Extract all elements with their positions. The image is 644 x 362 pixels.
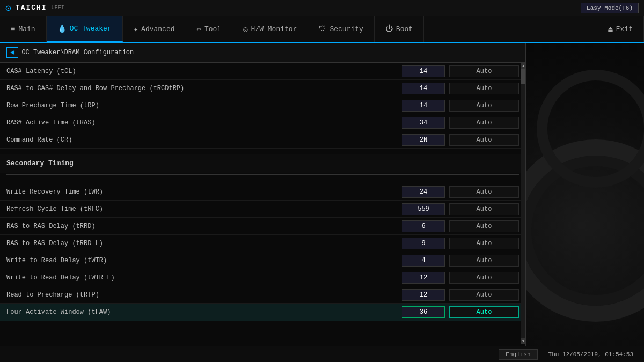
row-label: CAS# Latency (tCL) bbox=[6, 68, 402, 75]
divider bbox=[6, 174, 519, 175]
row-label: RAS# Active Time (tRAS) bbox=[6, 119, 402, 127]
table-row[interactable]: Refresh Cycle Time (tRFC) 559 Auto bbox=[0, 201, 525, 218]
oc-tweaker-icon: 💧 bbox=[57, 24, 67, 33]
section-title: Secondary Timing bbox=[6, 159, 519, 167]
table-row[interactable]: Read to Precharge (tRTP) 12 Auto bbox=[0, 286, 525, 304]
nav-security[interactable]: 🛡 Security bbox=[308, 16, 374, 42]
auto-box[interactable]: Auto bbox=[449, 272, 519, 284]
row-label: Read to Precharge (tRTP) bbox=[6, 291, 402, 299]
auto-box[interactable]: Auto bbox=[449, 117, 519, 129]
logo-icon: ⊙ bbox=[5, 2, 11, 14]
nav-main[interactable]: ≡ Main bbox=[0, 16, 47, 42]
table-row[interactable]: Row Precharge Time (tRP) 14 Auto bbox=[0, 97, 525, 114]
value-box[interactable]: 36 bbox=[402, 306, 445, 318]
auto-box[interactable]: Auto bbox=[449, 220, 519, 232]
row-label: Write to Read Delay (tWTR_L) bbox=[6, 274, 402, 282]
value-box[interactable]: 34 bbox=[402, 117, 445, 129]
back-button[interactable]: ◄ bbox=[6, 47, 18, 58]
value-box[interactable]: 12 bbox=[402, 289, 445, 301]
nav-main-label: Main bbox=[18, 25, 35, 33]
table-row[interactable]: RAS to RAS Delay (tRRD_L) 9 Auto bbox=[0, 235, 525, 252]
scroll-down-arrow[interactable]: ▼ bbox=[521, 338, 525, 344]
row-label: Row Precharge Time (tRP) bbox=[6, 102, 402, 109]
nav-boot-label: Boot bbox=[396, 25, 413, 33]
auto-box[interactable]: Auto bbox=[449, 289, 519, 301]
easy-mode-button[interactable]: Easy Mode(F6) bbox=[581, 3, 639, 13]
language-selector[interactable]: English bbox=[499, 349, 537, 360]
value-box[interactable]: 14 bbox=[402, 100, 445, 112]
left-panel: ◄ OC Tweaker\DRAM Configuration CAS# Lat… bbox=[0, 43, 526, 346]
row-label: RAS# to CAS# Delay and Row Precharge (tR… bbox=[6, 85, 402, 92]
config-table-area: CAS# Latency (tCL) 14 Auto RAS# to CAS# … bbox=[0, 63, 525, 344]
value-box[interactable]: 14 bbox=[402, 65, 445, 77]
nav-advanced[interactable]: ✦ Advanced bbox=[123, 16, 186, 42]
auto-box[interactable]: Auto bbox=[449, 134, 519, 146]
nav-security-label: Security bbox=[330, 25, 363, 33]
exit-icon: ⏏ bbox=[608, 25, 612, 34]
advanced-icon: ✦ bbox=[134, 25, 138, 34]
security-icon: 🛡 bbox=[319, 25, 326, 33]
table-row-selected[interactable]: Four Activate Window (tFAW) 36 Auto bbox=[0, 304, 525, 321]
table-row[interactable]: RAS# Active Time (tRAS) 34 Auto bbox=[0, 114, 525, 131]
value-box[interactable]: 9 bbox=[402, 238, 445, 249]
datetime-display: Thu 12/05/2019, 01:54:53 bbox=[548, 351, 633, 358]
uefi-label: UEFI bbox=[52, 5, 64, 11]
table-row[interactable]: Write to Read Delay (tWTR_L) 12 Auto bbox=[0, 269, 525, 286]
row-label: Command Rate (CR) bbox=[6, 136, 402, 144]
nav-oc-tweaker[interactable]: 💧 OC Tweaker bbox=[47, 16, 123, 42]
row-label: RAS to RAS Delay (tRRD) bbox=[6, 223, 402, 230]
logo-area: ⊙ TAICHI UEFI bbox=[5, 2, 64, 14]
row-label: Four Activate Window (tFAW) bbox=[6, 308, 402, 316]
main-icon: ≡ bbox=[11, 25, 15, 33]
nav-tool[interactable]: ✂ Tool bbox=[186, 16, 233, 42]
table-row[interactable]: CAS# Latency (tCL) 14 Auto bbox=[0, 63, 525, 80]
nav-oc-tweaker-label: OC Tweaker bbox=[70, 25, 112, 33]
nav-exit-label: Exit bbox=[616, 25, 633, 33]
nav-bar: ≡ Main 💧 OC Tweaker ✦ Advanced ✂ Tool ◎ … bbox=[0, 16, 644, 43]
brand-name: TAICHI bbox=[16, 4, 47, 12]
hw-monitor-icon: ◎ bbox=[243, 25, 247, 34]
status-bar: English Thu 12/05/2019, 01:54:53 bbox=[0, 346, 644, 362]
gear-decoration bbox=[526, 43, 644, 362]
auto-box[interactable]: Auto bbox=[449, 186, 519, 198]
row-label: Refresh Cycle Time (tRFC) bbox=[6, 205, 402, 213]
row-label: RAS to RAS Delay (tRRD_L) bbox=[6, 240, 402, 247]
auto-box[interactable]: Auto bbox=[449, 100, 519, 112]
breadcrumb-path: OC Tweaker\DRAM Configuration bbox=[21, 49, 134, 56]
value-box[interactable]: 4 bbox=[402, 255, 445, 267]
value-box[interactable]: 6 bbox=[402, 220, 445, 232]
value-box[interactable]: 12 bbox=[402, 272, 445, 284]
row-label: Write Recovery Time (tWR) bbox=[6, 188, 402, 196]
scroll-up-arrow[interactable]: ▲ bbox=[521, 63, 525, 69]
value-box[interactable]: 24 bbox=[402, 186, 445, 198]
value-box[interactable]: 559 bbox=[402, 203, 445, 215]
breadcrumb: ◄ OC Tweaker\DRAM Configuration bbox=[0, 43, 525, 63]
auto-box[interactable]: Auto bbox=[449, 203, 519, 215]
main-content: ◄ OC Tweaker\DRAM Configuration CAS# Lat… bbox=[0, 43, 644, 346]
table-row[interactable]: Write to Read Delay (tWTR) 4 Auto bbox=[0, 252, 525, 269]
nav-tool-label: Tool bbox=[204, 25, 221, 33]
auto-box[interactable]: Auto bbox=[449, 238, 519, 249]
auto-box-active[interactable]: Auto bbox=[449, 306, 519, 318]
nav-exit[interactable]: ⏏ Exit bbox=[597, 16, 644, 42]
nav-hw-monitor-label: H/W Monitor bbox=[251, 25, 297, 33]
config-table: CAS# Latency (tCL) 14 Auto RAS# to CAS# … bbox=[0, 63, 525, 321]
tool-icon: ✂ bbox=[197, 25, 201, 34]
table-row[interactable]: RAS to RAS Delay (tRRD) 6 Auto bbox=[0, 218, 525, 235]
table-row[interactable]: RAS# to CAS# Delay and Row Precharge (tR… bbox=[0, 80, 525, 97]
auto-box[interactable]: Auto bbox=[449, 83, 519, 94]
top-bar: ⊙ TAICHI UEFI Easy Mode(F6) bbox=[0, 0, 644, 16]
auto-box[interactable]: Auto bbox=[449, 65, 519, 77]
table-row[interactable]: Write Recovery Time (tWR) 24 Auto bbox=[0, 183, 525, 201]
table-row[interactable]: Command Rate (CR) 2N Auto bbox=[0, 131, 525, 149]
scrollbar[interactable]: ▲ ▼ bbox=[521, 63, 525, 344]
nav-boot[interactable]: ⏻ Boot bbox=[375, 16, 424, 42]
nav-hw-monitor[interactable]: ◎ H/W Monitor bbox=[232, 16, 308, 42]
section-header-secondary: Secondary Timing bbox=[0, 154, 525, 173]
auto-box[interactable]: Auto bbox=[449, 255, 519, 267]
boot-icon: ⏻ bbox=[385, 25, 393, 33]
nav-advanced-label: Advanced bbox=[141, 25, 174, 33]
value-box[interactable]: 14 bbox=[402, 83, 445, 94]
row-label: Write to Read Delay (tWTR) bbox=[6, 257, 402, 264]
value-box[interactable]: 2N bbox=[402, 134, 445, 146]
